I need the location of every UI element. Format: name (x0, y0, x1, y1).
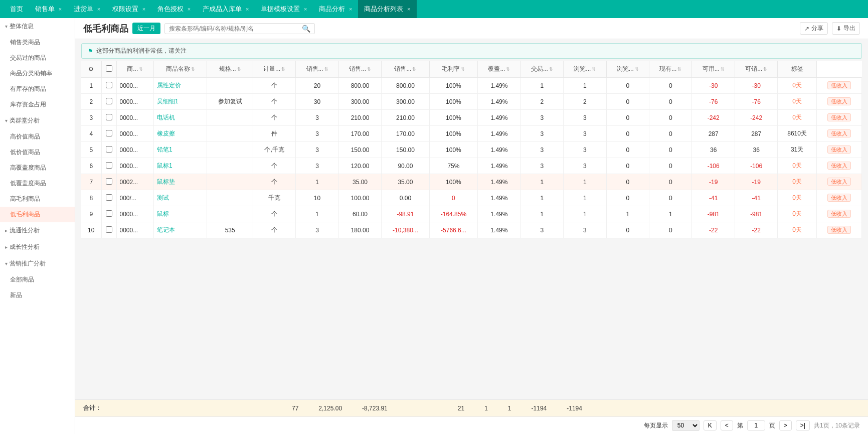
col-sale-qty[interactable]: 销售...⇅ (296, 61, 338, 78)
nav-item-template[interactable]: 单据模板设置 × (255, 0, 313, 18)
cell-name[interactable]: 鼠标垫 (154, 174, 207, 190)
sidebar-item-high-margin[interactable]: 高毛利商品 (0, 191, 75, 207)
sidebar-item-high-value[interactable]: 高价值商品 (0, 129, 75, 144)
col-transaction[interactable]: 交易...⇅ (520, 61, 563, 78)
col-unit[interactable]: 计量...⇅ (253, 61, 295, 78)
per-page-select[interactable]: 50 100 200 (672, 420, 700, 431)
cell-gross-rate: 1.49% (478, 222, 520, 238)
col-saleable-days[interactable]: 可销...⇅ (735, 61, 777, 78)
cell-checkbox[interactable] (101, 222, 116, 238)
col-browse2[interactable]: 浏览...⇅ (606, 61, 649, 78)
sidebar-section-growth[interactable]: ▸ 成长性分析 (0, 239, 75, 255)
sidebar-item-sales-goods[interactable]: 销售类商品 (0, 35, 75, 50)
row-checkbox[interactable] (106, 210, 112, 217)
col-browse1[interactable]: 浏览...⇅ (564, 61, 606, 78)
cell-checkbox[interactable] (101, 174, 116, 190)
close-icon[interactable]: × (349, 6, 352, 12)
sidebar-item-stock-goods[interactable]: 有库存的商品 (0, 81, 75, 97)
col-coverage[interactable]: 覆盖...⇅ (478, 61, 520, 78)
cell-checkbox[interactable] (101, 206, 116, 222)
gear-icon[interactable]: ⚙ (88, 66, 94, 73)
row-checkbox[interactable] (106, 130, 112, 136)
cell-checkbox[interactable] (101, 190, 116, 206)
col-sale-profit[interactable]: 销售...⇅ (382, 61, 429, 78)
close-icon[interactable]: × (304, 6, 307, 12)
cell-name[interactable]: 属性定价 (154, 78, 207, 94)
col-available[interactable]: 可用...⇅ (692, 61, 735, 78)
row-checkbox[interactable] (106, 178, 112, 185)
cell-name[interactable]: 铅笔1 (154, 142, 207, 158)
col-gear[interactable]: ⚙ (81, 61, 101, 78)
share-button[interactable]: ↗ 分享 (800, 22, 828, 35)
cell-checkbox[interactable] (101, 78, 116, 94)
first-page-button[interactable]: K (704, 420, 717, 430)
cell-name[interactable]: 测试 (154, 190, 207, 206)
sidebar-item-high-coverage[interactable]: 高覆盖度商品 (0, 160, 75, 176)
cell-sale-amount: 120.00 (338, 158, 381, 174)
sidebar-item-traded-goods[interactable]: 交易过的商品 (0, 50, 75, 66)
row-checkbox[interactable] (106, 82, 112, 88)
sidebar-item-low-coverage[interactable]: 低覆盖度商品 (0, 176, 75, 191)
close-icon[interactable]: × (59, 6, 62, 12)
col-name[interactable]: 商品名称⇅ (154, 61, 207, 78)
nav-item-role[interactable]: 角色授权 × (151, 0, 197, 18)
sidebar-item-category-rate[interactable]: 商品分类助销率 (0, 66, 75, 81)
cell-saleable-days: 0天 (778, 94, 817, 110)
sidebar-item-all-goods[interactable]: 全部商品 (0, 272, 75, 287)
cell-checkbox[interactable] (101, 142, 116, 158)
sidebar-section-overall[interactable]: ▾ 整体信息 (0, 18, 75, 35)
sidebar-section-marketing[interactable]: ▾ 营销推广分析 (0, 255, 75, 272)
close-icon[interactable]: × (188, 6, 191, 12)
nav-item-goods-analysis-list[interactable]: 商品分析列表 × (358, 0, 416, 18)
sidebar-item-low-margin[interactable]: 低毛利商品 (0, 207, 75, 222)
row-checkbox[interactable] (106, 114, 112, 120)
select-all-checkbox[interactable] (106, 65, 112, 72)
cell-name[interactable]: 电话机 (154, 110, 207, 126)
col-sale-amount[interactable]: 销售...⇅ (338, 61, 381, 78)
sidebar-section-circulation[interactable]: ▸ 流通性分析 (0, 222, 75, 239)
row-checkbox[interactable] (106, 226, 112, 233)
period-button[interactable]: 近一月 (132, 23, 160, 34)
cell-checkbox[interactable] (101, 158, 116, 174)
col-code[interactable]: 商...⇅ (116, 61, 154, 78)
sidebar-item-stock-capital[interactable]: 库存资金占用 (0, 97, 75, 112)
cell-profit-rate: 100% (429, 78, 478, 94)
search-icon[interactable]: 🔍 (302, 25, 310, 33)
cell-available: -22 (735, 222, 777, 238)
cell-name[interactable]: 鼠标 (154, 206, 207, 222)
cell-name[interactable]: 吴细细1 (154, 94, 207, 110)
cell-name[interactable]: 橡皮擦 (154, 126, 207, 142)
prev-page-button[interactable]: < (721, 420, 733, 430)
nav-item-home[interactable]: 首页 (4, 0, 29, 18)
close-icon[interactable]: × (142, 6, 145, 12)
search-input[interactable] (169, 25, 302, 32)
nav-item-permission[interactable]: 权限设置 × (106, 0, 151, 18)
last-page-button[interactable]: >| (796, 420, 810, 430)
sidebar-item-new-goods[interactable]: 新品 (0, 287, 75, 303)
close-icon[interactable]: × (97, 6, 100, 12)
cell-checkbox[interactable] (101, 126, 116, 142)
nav-item-product-entry[interactable]: 产成品入库单 × (197, 0, 255, 18)
row-checkbox[interactable] (106, 98, 112, 104)
row-checkbox[interactable] (106, 146, 112, 153)
page-number-input[interactable] (747, 420, 765, 430)
cell-name[interactable]: 鼠标1 (154, 158, 207, 174)
cell-checkbox[interactable] (101, 94, 116, 110)
close-icon[interactable]: × (246, 6, 249, 12)
nav-item-purchase[interactable]: 进货单 × (68, 0, 106, 18)
row-checkbox[interactable] (106, 162, 112, 169)
cell-browse1[interactable]: 1 (606, 206, 649, 222)
export-button[interactable]: ⬇ 导出 (832, 22, 860, 35)
col-current-stock[interactable]: 现有...⇅ (649, 61, 692, 78)
cell-checkbox[interactable] (101, 110, 116, 126)
next-page-button[interactable]: > (779, 420, 792, 430)
close-icon[interactable]: × (407, 6, 410, 12)
sidebar-item-low-value[interactable]: 低价值商品 (0, 144, 75, 160)
sidebar-section-cluster[interactable]: ▾ 类群堂分析 (0, 112, 75, 129)
cell-name[interactable]: 笔记本 (154, 222, 207, 238)
nav-item-sales[interactable]: 销售单 × (29, 0, 68, 18)
nav-item-goods-analysis[interactable]: 商品分析 × (313, 0, 358, 18)
col-spec[interactable]: 规格...⇅ (207, 61, 253, 78)
col-gross-rate[interactable]: 毛利率⇅ (429, 61, 478, 78)
row-checkbox[interactable] (106, 194, 112, 201)
